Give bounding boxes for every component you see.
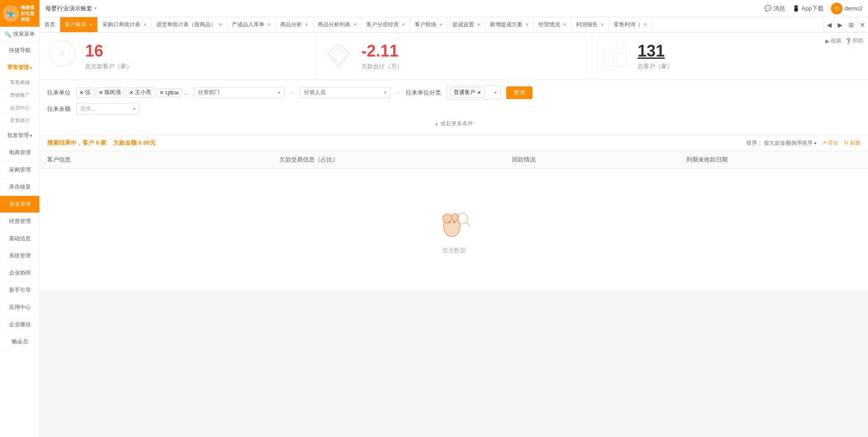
remainder-placeholder: 选择... [80, 105, 96, 113]
sidebar-item-quick-nav[interactable]: 快捷导航 [0, 42, 39, 59]
tab-operation-status-close[interactable]: ✕ [563, 22, 566, 27]
tabs-close-all-btn[interactable]: ✕ [857, 17, 868, 33]
tab-profit-report[interactable]: 利润报告 ✕ [571, 17, 609, 33]
tab-product-analysis-label: 商品分析 [280, 21, 302, 28]
topbar-right: 💬 消息 📱 App下载 D demo2 [764, 3, 863, 14]
help-btn[interactable]: ❓ 帮助 [845, 37, 863, 45]
stat-card-overdue-customers: ¥ 16 总欠款客户（家） [40, 33, 316, 80]
unit-tag-1-close[interactable]: ✕ [99, 90, 103, 96]
sidebar-item-retail-mall[interactable]: 零售商城 [0, 76, 39, 89]
sidebar-item-retail[interactable]: 零售管理 ▾ [0, 59, 39, 76]
collapse-filters-btn[interactable]: ∧ 收起更多条件 [47, 118, 861, 129]
tab-operation-status[interactable]: 经营情况 ✕ [534, 17, 571, 33]
tab-product-inbound-close[interactable]: ✕ [267, 22, 271, 27]
tab-home[interactable]: 首页 [40, 17, 60, 33]
sidebar-item-ecommerce[interactable]: 电商管理 [0, 144, 39, 162]
tabs-expand-btn[interactable]: ⊞ [845, 17, 857, 33]
amount-label: 欠款金额 [113, 139, 137, 146]
manager-filter-select[interactable]: 分管人员 ▾ [300, 87, 390, 98]
sidebar-item-basic-info[interactable]: 基础信息 [0, 230, 39, 247]
tab-product-analysis-list-close[interactable]: ✕ [353, 22, 357, 27]
wholesale-arrow-icon: ▾ [30, 133, 32, 138]
tab-new-submit-plan[interactable]: 新增提成方案 ✕ [485, 17, 534, 33]
sort-select[interactable]: 排序： 按欠款金额倒序排序 ▾ [746, 139, 816, 147]
user-label: demo2 [844, 5, 863, 12]
tab-customer-contact-close[interactable]: ✕ [439, 22, 443, 27]
sidebar-item-inventory[interactable]: 库存核算 [0, 179, 39, 196]
tab-purchase-order-stat-close[interactable]: ✕ [143, 22, 147, 27]
refresh-btn[interactable]: ↻ 刷新 [844, 139, 861, 147]
unit-tag-2-close[interactable]: ✕ [129, 90, 134, 96]
tab-profit-report-close[interactable]: ✕ [600, 22, 604, 27]
tab-inbound-stat[interactable]: 进货单统计表（按商品） ✕ [152, 17, 227, 33]
tab-product-analysis[interactable]: 商品分析 ✕ [276, 17, 313, 33]
unit-tag-3-close[interactable]: ✕ [159, 90, 164, 96]
sidebar-item-system[interactable]: 系统管理 [0, 247, 39, 265]
unit-tag-0-label: 伍 [85, 89, 91, 96]
account-selector[interactable]: 母婴行业演示账套 ▾ [45, 5, 97, 13]
sidebar-item-finance[interactable]: 资金管理 [0, 196, 39, 213]
category-filter-select[interactable]: 普通客户 ✕ ▾ [446, 86, 501, 100]
sidebar-item-vip-member[interactable]: 畅会员 [0, 333, 39, 351]
tab-new-submit-plan-close[interactable]: ✕ [525, 22, 529, 27]
tabs-next-btn[interactable]: ▶ [834, 17, 845, 33]
search-menu-label: 搜索菜单 [13, 30, 35, 38]
search-icon: 🔍 [5, 31, 11, 38]
sidebar-item-marketing[interactable]: 营销推广 [0, 89, 39, 102]
sidebar-item-purchase[interactable]: 采购管理 [0, 162, 39, 179]
tab-home-label: 首页 [44, 21, 55, 28]
tab-inbound-stat-close[interactable]: ✕ [219, 22, 222, 27]
svg-rect-9 [609, 57, 612, 60]
tab-operation-status-label: 经营情况 [538, 21, 560, 28]
dept-filter-select[interactable]: 分管部门 ▾ [194, 87, 284, 98]
tab-submit-settings-close[interactable]: ✕ [477, 22, 480, 27]
tab-customer-segment[interactable]: 客户分层经营 ✕ [362, 17, 410, 33]
export-btn[interactable]: ↗ 导出 [822, 139, 839, 147]
app-download-btn[interactable]: 📱 App下载 [792, 5, 824, 13]
sort-arrow-icon: ▾ [814, 141, 816, 146]
video-btn[interactable]: ▶ 视频 [825, 37, 841, 45]
export-icon: ↗ [822, 140, 826, 146]
tab-retail-profit-close[interactable]: ✕ [643, 22, 647, 27]
sidebar-item-operation[interactable]: 经营管理 [0, 213, 39, 230]
dept-more-dots[interactable]: ··· [290, 90, 294, 96]
sidebar-item-enterprise-wechat[interactable]: 企业微信 [0, 316, 39, 333]
message-btn[interactable]: 💬 消息 [764, 5, 785, 13]
sidebar-item-retail-stat[interactable]: 零售统计 [0, 114, 39, 127]
tab-retail-profit[interactable]: 零售利润（ ✕ [609, 17, 652, 33]
results-actions: 排序： 按欠款金额倒序排序 ▾ ↗ 导出 ↻ 刷新 [746, 139, 861, 147]
sidebar-item-enterprise-collab[interactable]: 企业协同 [0, 265, 39, 282]
tabs-prev-btn[interactable]: ◀ [824, 17, 834, 33]
refresh-label: 刷新 [850, 139, 861, 147]
tab-customer-account-close[interactable]: ✕ [89, 22, 93, 27]
building-bg-icon [601, 42, 628, 71]
tab-customer-account[interactable]: 客户账本 ✕ [60, 17, 98, 33]
dept-filter-arrow: ▾ [278, 90, 280, 95]
enterprise-wechat-label: 企业微信 [9, 321, 31, 328]
remainder-filter-select[interactable]: 选择... ▾ [76, 103, 139, 114]
user-menu[interactable]: D demo2 [831, 3, 863, 14]
sidebar-item-newbie[interactable]: 新手引导 [0, 282, 39, 299]
search-button[interactable]: 查询 [506, 86, 532, 99]
tab-customer-contact[interactable]: 客户联络 ✕ [410, 17, 448, 33]
unit-tag-0-close[interactable]: ✕ [79, 90, 84, 96]
category-tag-close[interactable]: ✕ [477, 90, 481, 96]
svg-rect-6 [606, 52, 608, 55]
unit-tag-more[interactable]: ... [184, 90, 188, 96]
tab-product-analysis-list[interactable]: 商品分析列表 ✕ [313, 17, 362, 33]
tab-purchase-order-stat[interactable]: 采购订单统计表 ✕ [98, 17, 152, 33]
tab-product-inbound[interactable]: 产成品入库单 ✕ [227, 17, 276, 33]
tab-submit-settings[interactable]: 提成设置 ✕ [448, 17, 485, 33]
tab-product-analysis-close[interactable]: ✕ [305, 22, 308, 27]
col-customer-info: 客户信息 [47, 156, 279, 164]
sidebar-item-app-center[interactable]: 应用中心 [0, 299, 39, 316]
remainder-arrow-icon: ▾ [133, 106, 135, 111]
sidebar-search[interactable]: 🔍 搜索菜单 [0, 27, 39, 42]
sidebar-item-wholesale[interactable]: 批发管理 ▾ [0, 127, 39, 144]
tab-customer-segment-close[interactable]: ✕ [402, 22, 405, 27]
svg-marker-3 [331, 49, 347, 64]
sidebar-item-member[interactable]: 会员中心 [0, 102, 39, 114]
unit-tag-3: ✕ cjttcw [156, 88, 182, 97]
manager-more-dots[interactable]: ··· [396, 90, 400, 96]
results-info: 搜索结果中，客户 0 家 欠款金额 0.00元 [47, 139, 156, 147]
